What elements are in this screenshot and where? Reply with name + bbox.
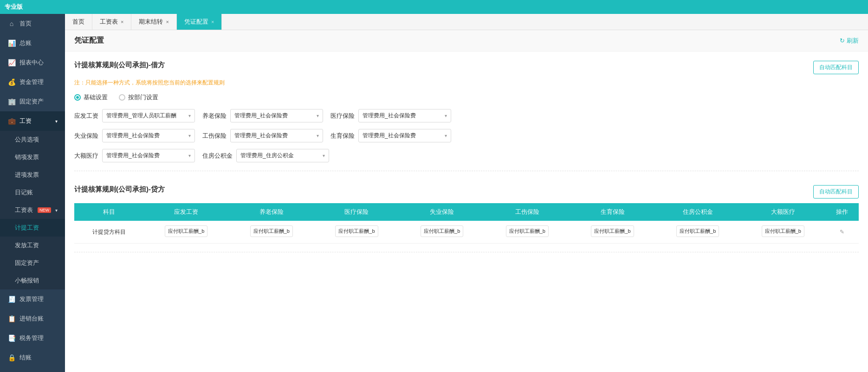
label-zhufang: 住房公积金 — [202, 152, 233, 160]
tax-icon: 📑 — [7, 334, 16, 342]
tab-home[interactable]: 首页 — [65, 14, 92, 30]
td-shengyu: 应付职工薪酬_b — [570, 221, 655, 244]
sidebar: ⌂ 首页 📊 总账 📈 报表中心 💰 资金管理 🏢 固定资产 💼 工资 ▾ — [0, 14, 65, 372]
cell-daeliao: 应付职工薪酬_b — [762, 225, 804, 237]
submenu-label: 发放工资 — [15, 241, 39, 250]
field-yingfa: 应发工资 管理费用_管理人员职工薪酬 ▾ — [74, 109, 195, 122]
tab-label: 首页 — [72, 18, 84, 26]
select-value: 管理费用_社会保险费 — [234, 132, 288, 140]
submenu-label: 公共选项 — [15, 135, 39, 144]
sidebar-item-purchase[interactable]: 📋 进销台账 — [0, 309, 65, 328]
select-yingfa[interactable]: 管理费用_管理人员职工薪酬 ▾ — [102, 109, 195, 122]
sidebar-item-funds[interactable]: 💰 资金管理 — [0, 72, 65, 92]
content-area: 首页 工资表 × 期末结转 × 凭证配置 × 凭证配置 ↻ 刷新 — [65, 14, 868, 372]
td-action[interactable]: ✎ — [826, 221, 859, 244]
sidebar-item-salary[interactable]: 💼 工资 ▾ — [0, 111, 65, 131]
cell-shiye: 应付职工薪酬_b — [421, 225, 463, 237]
field-shengyu: 生育保险 管理费用_社会保险费 ▾ — [330, 129, 451, 142]
submenu-public[interactable]: 公共选项 — [0, 131, 65, 148]
refresh-button[interactable]: ↻ 刷新 — [840, 37, 859, 45]
invoice-icon: 🧾 — [7, 295, 16, 303]
td-subject: 计提贷方科目 — [74, 221, 143, 244]
section2-divider — [74, 252, 859, 252]
auto-match-button-2[interactable]: 自动匹配科目 — [813, 185, 859, 199]
submenu-fixed-assets[interactable]: 固定资产 — [0, 254, 65, 272]
sidebar-item-label: 报表中心 — [19, 58, 44, 67]
submenu-calc-salary[interactable]: 计提工资 — [0, 219, 65, 237]
submenu-label: 计提工资 — [15, 224, 39, 232]
tab-bar: 首页 工资表 × 期末结转 × 凭证配置 × — [65, 14, 868, 30]
tab-salary-table[interactable]: 工资表 × — [92, 14, 131, 30]
section1-divider — [74, 171, 859, 171]
tab-close-icon[interactable]: × — [121, 19, 123, 25]
radio-basic[interactable]: 基础设置 — [74, 93, 108, 102]
submenu-label: 进项发票 — [15, 171, 39, 179]
label-yingfa: 应发工资 — [74, 112, 98, 120]
submenu-credit-invoice[interactable]: 销项发票 — [0, 148, 65, 166]
submenu-pay-salary[interactable]: 发放工资 — [0, 237, 65, 254]
chevron-down-icon: ▾ — [317, 113, 319, 118]
tab-voucher-config[interactable]: 凭证配置 × — [177, 14, 222, 30]
th-action: 操作 — [826, 203, 859, 221]
label-shengyu: 生育保险 — [330, 132, 355, 140]
select-shengyu[interactable]: 管理费用_社会保险费 ▾ — [358, 129, 451, 142]
radio-department[interactable]: 按部门设置 — [119, 93, 158, 102]
field-zhufang: 住房公积金 管理费用_住房公积金 ▾ — [202, 149, 329, 162]
chevron-down-icon: ▾ — [55, 119, 58, 124]
select-gongshang[interactable]: 管理费用_社会保险费 ▾ — [230, 129, 323, 142]
th-yingfa: 应发工资 — [143, 203, 229, 221]
field-yanglao: 养老保险 管理费用_社会保险费 ▾ — [202, 109, 323, 122]
td-daeliao: 应付职工薪酬_b — [740, 221, 826, 244]
field-yiliao: 医疗保险 管理费用_社会保险费 ▾ — [330, 109, 451, 122]
submenu-expense[interactable]: 小畅报销 — [0, 272, 65, 289]
cell-yanglao: 应付职工薪酬_b — [250, 225, 293, 237]
select-value: 管理费用_社会保险费 — [106, 132, 160, 140]
submenu-debit-invoice[interactable]: 进项发票 — [0, 166, 65, 184]
sidebar-item-tax[interactable]: 📑 税务管理 — [0, 328, 65, 348]
select-shiye[interactable]: 管理费用_社会保险费 ▾ — [102, 129, 195, 142]
sidebar-item-label: 资金管理 — [19, 78, 44, 86]
chevron-down-icon: ▾ — [317, 133, 319, 138]
table-header-row: 科目 应发工资 养老保险 医疗保险 失业保险 工伤保险 生育保险 住房公积金 大… — [74, 203, 859, 221]
salary-submenu: 公共选项 销项发票 进项发票 日记账 工资表 NEW ▾ 计提工资 发放工资 — [0, 131, 65, 289]
refresh-icon: ↻ — [840, 37, 845, 44]
sidebar-item-label: 税务管理 — [19, 334, 44, 342]
section2-title: 计提核算规则(公司承担)-贷方 — [74, 185, 165, 194]
page-header: 凭证配置 ↻ 刷新 — [65, 30, 868, 51]
form-row-1: 应发工资 管理费用_管理人员职工薪酬 ▾ 养老保险 管理费用_社会保险费 ▾ — [74, 109, 859, 122]
select-yanglao[interactable]: 管理费用_社会保险费 ▾ — [230, 109, 323, 122]
field-gongshang: 工伤保险 管理费用_社会保险费 ▾ — [202, 129, 323, 142]
select-yiliao[interactable]: 管理费用_社会保险费 ▾ — [358, 109, 451, 122]
label-daeliao: 大额医疗 — [74, 152, 98, 160]
sidebar-item-ledger[interactable]: 📊 总账 — [0, 33, 65, 53]
close-book-icon: 🔒 — [7, 354, 16, 361]
radio-group: 基础设置 按部门设置 — [74, 93, 859, 102]
select-daeliao[interactable]: 管理费用_社会保险费 ▾ — [102, 149, 195, 162]
sidebar-item-assets[interactable]: 🏢 固定资产 — [0, 92, 65, 111]
section-debit: 计提核算规则(公司承担)-借方 自动匹配科目 注：只能选择一种方式，系统将按照您… — [74, 61, 859, 171]
sidebar-item-archive[interactable]: 🗂️ 归档管理 — [0, 367, 65, 372]
sidebar-item-close[interactable]: 🔒 结账 — [0, 348, 65, 367]
sidebar-item-invoice[interactable]: 🧾 发票管理 — [0, 289, 65, 309]
td-gongshang: 应付职工薪酬_b — [485, 221, 570, 244]
sidebar-item-home[interactable]: ⌂ 首页 — [0, 14, 65, 33]
td-yanglao: 应付职工薪酬_b — [229, 221, 314, 244]
th-zhufang: 住房公积金 — [655, 203, 740, 221]
submenu-label: 工资表 — [15, 206, 33, 214]
section2-header: 计提核算规则(公司承担)-贷方 自动匹配科目 — [74, 185, 859, 199]
sidebar-item-reports[interactable]: 📈 报表中心 — [0, 53, 65, 72]
submenu-salary-table[interactable]: 工资表 NEW ▾ — [0, 201, 65, 219]
tab-period-close[interactable]: 期末结转 × — [131, 14, 176, 30]
submenu-label: 固定资产 — [15, 259, 39, 267]
ledger-icon: 📊 — [7, 39, 16, 47]
edit-icon[interactable]: ✎ — [840, 229, 844, 235]
select-zhufang[interactable]: 管理费用_住房公积金 ▾ — [236, 149, 329, 162]
th-subject: 科目 — [74, 203, 143, 221]
tab-close-icon[interactable]: × — [166, 19, 168, 25]
refresh-label: 刷新 — [847, 37, 859, 45]
section-credit: 计提核算规则(公司承担)-贷方 自动匹配科目 科目 应发工资 养老保险 医疗保险… — [74, 185, 859, 252]
auto-match-button-1[interactable]: 自动匹配科目 — [813, 61, 859, 74]
submenu-journal[interactable]: 日记账 — [0, 184, 65, 201]
tab-close-icon[interactable]: × — [211, 19, 214, 25]
form-row-3: 大额医疗 管理费用_社会保险费 ▾ 住房公积金 管理费用_住房公积金 ▾ — [74, 149, 859, 162]
